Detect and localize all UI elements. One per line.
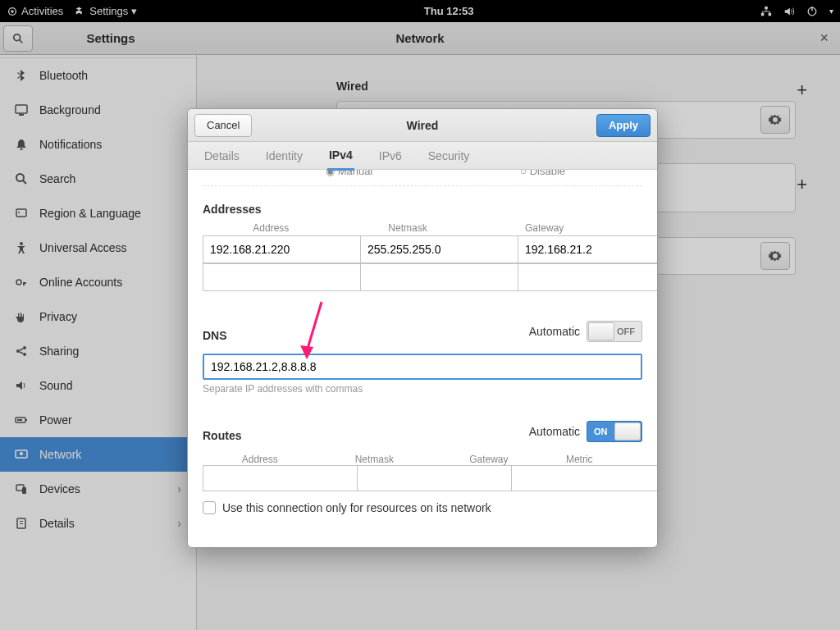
routes-col-address: Address	[203, 454, 317, 465]
chevron-down-icon: ▾	[131, 5, 137, 17]
tab-security[interactable]: Security	[427, 143, 472, 169]
svg-point-1	[11, 10, 14, 13]
routes-col-gateway: Gateway	[431, 454, 546, 465]
addresses-title: Addresses	[203, 203, 642, 216]
gateway-input-0[interactable]	[518, 235, 657, 263]
address-input-1[interactable]	[203, 263, 361, 291]
gateway-input-1[interactable]	[518, 263, 657, 291]
tab-ipv4[interactable]: IPv4	[327, 142, 354, 171]
netmask-input-0[interactable]	[361, 235, 518, 263]
volume-icon[interactable]	[783, 6, 795, 17]
netmask-input-1[interactable]	[361, 263, 518, 291]
chevron-down-icon[interactable]: ▾	[829, 7, 833, 16]
tab-details[interactable]: Details	[203, 143, 241, 169]
activities-icon	[7, 6, 18, 17]
radio-manual[interactable]: ◉ Manual	[326, 170, 372, 177]
route-address-0[interactable]	[203, 465, 358, 491]
dialog-tabs: Details Identity IPv4 IPv6 Security	[188, 142, 657, 170]
appmenu-button[interactable]: Settings ▾	[75, 5, 137, 17]
dns-title: DNS	[203, 329, 529, 342]
col-address: Address	[203, 222, 340, 234]
col-gateway: Gateway	[476, 222, 613, 234]
network-status-icon[interactable]	[760, 6, 772, 17]
dns-hint: Separate IP addresses with commas	[203, 383, 642, 395]
dns-servers-input[interactable]	[203, 354, 642, 380]
routes-automatic-label: Automatic	[529, 425, 580, 438]
appmenu-label: Settings	[89, 5, 128, 17]
dns-automatic-switch[interactable]: OFF	[587, 321, 642, 342]
only-for-resources-checkbox[interactable]	[203, 501, 216, 514]
dialog-title: Wired	[188, 119, 657, 132]
dialog-body: ◉ Manual ○ Disable Addresses Address Net…	[188, 170, 657, 547]
cancel-button[interactable]: Cancel	[194, 114, 252, 137]
connection-editor-dialog: Cancel Wired Apply Details Identity IPv4…	[187, 108, 658, 548]
tab-ipv6[interactable]: IPv6	[377, 143, 404, 169]
radio-disable[interactable]: ○ Disable	[520, 170, 565, 177]
routes-col-netmask: Netmask	[317, 454, 432, 465]
clock[interactable]: Thu 12:53	[137, 5, 760, 17]
dialog-header: Cancel Wired Apply	[188, 109, 657, 142]
activities-label: Activities	[21, 5, 63, 17]
svg-rect-3	[761, 12, 765, 16]
only-for-resources-label: Use this connection only for resources o…	[222, 501, 491, 514]
tab-identity[interactable]: Identity	[264, 143, 304, 169]
address-input-0[interactable]	[203, 235, 361, 263]
activities-button[interactable]: Activities	[7, 5, 63, 17]
route-gateway-0[interactable]	[512, 465, 657, 491]
svg-rect-6	[811, 6, 812, 10]
col-netmask: Netmask	[340, 222, 477, 234]
svg-rect-4	[769, 12, 772, 16]
routes-col-metric: Metric	[546, 454, 613, 465]
settings-app-icon	[75, 6, 86, 17]
svg-rect-2	[765, 6, 768, 9]
routes-title: Routes	[203, 429, 529, 442]
gnome-topbar: Activities Settings ▾ Thu 12:53 ▾	[0, 0, 840, 22]
dns-automatic-label: Automatic	[529, 325, 580, 338]
apply-button[interactable]: Apply	[596, 114, 651, 137]
power-icon[interactable]	[806, 6, 818, 17]
routes-automatic-switch[interactable]: ON	[587, 421, 642, 442]
route-netmask-0[interactable]	[358, 465, 512, 491]
